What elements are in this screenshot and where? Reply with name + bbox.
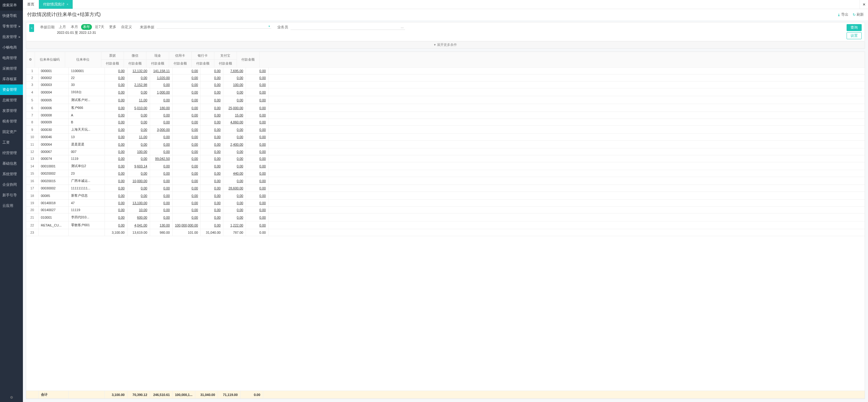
amount-link[interactable]: 0.00 [259, 150, 266, 153]
amount-link[interactable]: 28,600.00 [228, 186, 243, 190]
amount-link[interactable]: 0.00 [214, 76, 221, 80]
amount-link[interactable]: 25,000.00 [228, 106, 243, 110]
amount-link[interactable]: 0.00 [141, 194, 147, 198]
th-amount-1[interactable]: 付款金额 [124, 60, 146, 67]
amount-link[interactable]: 2,400.00 [230, 143, 243, 146]
amount-link[interactable]: 0.00 [259, 201, 266, 205]
sidebar-item-11[interactable]: 税务管理 [0, 116, 23, 127]
amount-link[interactable]: 1,020.00 [157, 76, 170, 80]
amount-link[interactable]: 0.00 [118, 157, 124, 161]
amount-link[interactable]: 0.00 [118, 128, 124, 132]
amount-link[interactable]: 0.00 [118, 90, 124, 94]
amount-link[interactable]: 0.00 [237, 135, 243, 139]
amount-link[interactable]: 0.00 [192, 194, 198, 198]
query-button[interactable]: 查询 [846, 24, 862, 31]
amount-link[interactable]: 0.00 [214, 98, 221, 102]
amount-link[interactable]: 0.00 [192, 120, 198, 124]
amount-link[interactable]: 0.00 [163, 120, 170, 124]
amount-link[interactable]: 0.00 [118, 106, 124, 110]
sidebar-item-14[interactable]: 经营管理 [0, 148, 23, 158]
amount-link[interactable]: 0.00 [118, 186, 124, 190]
amount-link[interactable]: 0.00 [259, 90, 266, 94]
amount-link[interactable]: 0.00 [259, 135, 266, 139]
amount-link[interactable]: 0.00 [141, 186, 147, 190]
amount-link[interactable]: 0.00 [118, 201, 124, 205]
amount-link[interactable]: 0.00 [192, 172, 198, 175]
amount-link[interactable]: 0.00 [259, 172, 266, 175]
sidebar-item-12[interactable]: 固定资产 [0, 127, 23, 137]
amount-link[interactable]: 0.00 [118, 224, 124, 227]
amount-link[interactable]: 0.00 [214, 157, 221, 161]
amount-link[interactable]: 0.00 [259, 128, 266, 132]
amount-link[interactable]: 0.00 [214, 164, 221, 168]
amount-link[interactable]: 1,222.00 [230, 224, 243, 227]
amount-link[interactable]: 0.00 [259, 143, 266, 146]
close-all-tabs-button[interactable] [860, 0, 868, 9]
amount-link[interactable]: 0.00 [118, 76, 124, 80]
amount-link[interactable]: 0.00 [163, 172, 170, 175]
amount-link[interactable]: 0.00 [237, 201, 243, 205]
amount-link[interactable]: 0.00 [163, 186, 170, 190]
sidebar-item-17[interactable]: 企业协同 [0, 179, 23, 190]
amount-link[interactable]: 0.00 [259, 69, 266, 73]
amount-link[interactable]: 0.00 [118, 194, 124, 198]
amount-link[interactable]: 0.00 [192, 150, 198, 153]
amount-link[interactable]: 0.00 [192, 106, 198, 110]
amount-link[interactable]: 0.00 [163, 201, 170, 205]
amount-link[interactable]: 0.00 [141, 120, 147, 124]
amount-link[interactable]: 0.00 [163, 83, 170, 87]
amount-link[interactable]: 0.00 [259, 186, 266, 190]
amount-link[interactable]: 0.00 [259, 76, 266, 80]
sidebar-item-0[interactable]: 搜索菜单 [0, 0, 23, 10]
source-select[interactable] [157, 24, 271, 29]
amount-link[interactable]: 0.00 [163, 216, 170, 219]
amount-link[interactable]: 0.00 [237, 157, 243, 161]
amount-link[interactable]: 3,000.00 [157, 128, 170, 132]
sidebar-item-9[interactable]: 总账管理 [0, 95, 23, 106]
amount-link[interactable]: 0.00 [163, 208, 170, 212]
amount-link[interactable]: 0.00 [214, 90, 221, 94]
sidebar-item-15[interactable]: 基础信息 [0, 158, 23, 169]
amount-link[interactable]: 0.00 [163, 179, 170, 183]
amount-link[interactable]: 12,132.00 [133, 69, 147, 73]
sidebar-item-19[interactable]: 云应用 [0, 201, 23, 211]
th-amount-5[interactable]: 付款金额 [214, 60, 237, 67]
column-settings-button[interactable] [26, 52, 35, 67]
amount-link[interactable]: 0.00 [141, 128, 147, 132]
amount-link[interactable]: 0.00 [192, 208, 198, 212]
amount-link[interactable]: 0.00 [141, 143, 147, 146]
tab-close-icon[interactable]: × [67, 3, 68, 6]
amount-link[interactable]: 0.00 [214, 216, 221, 219]
amount-link[interactable]: 10,000.00 [133, 179, 147, 183]
tab-0[interactable]: 首页 [23, 0, 39, 9]
amount-link[interactable]: 0.00 [214, 186, 221, 190]
expand-more-filters[interactable]: 展开更多条件 [26, 41, 865, 49]
sidebar-item-1[interactable]: 快捷导航 [0, 10, 23, 21]
settings-bottom-icon[interactable] [0, 393, 23, 402]
amount-link[interactable]: 5,010.00 [134, 106, 147, 110]
amount-link[interactable]: 0.00 [163, 164, 170, 168]
th-amount-extra[interactable]: 付款金额 [237, 52, 259, 67]
amount-link[interactable]: 4,041.00 [134, 224, 147, 227]
amount-link[interactable]: 0.00 [259, 157, 266, 161]
amount-link[interactable]: 0.00 [192, 157, 198, 161]
amount-link[interactable]: 141,158.11 [153, 69, 170, 73]
date-quick-本月[interactable]: 本月 [69, 24, 80, 30]
amount-link[interactable]: 0.00 [118, 179, 124, 183]
amount-link[interactable]: 0.00 [118, 172, 124, 175]
tab-1[interactable]: 付款情况统计× [39, 0, 73, 9]
amount-link[interactable]: 0.00 [214, 69, 221, 73]
amount-link[interactable]: 0.00 [259, 194, 266, 198]
amount-link[interactable]: 0.00 [141, 113, 147, 117]
amount-link[interactable]: 10.00 [139, 208, 147, 212]
amount-link[interactable]: 100.00 [137, 150, 147, 153]
amount-link[interactable]: 0.00 [163, 113, 170, 117]
amount-link[interactable]: 0.00 [192, 76, 198, 80]
refresh-button[interactable]: 刷新 [852, 12, 864, 17]
amount-link[interactable]: 0.00 [214, 106, 221, 110]
amount-link[interactable]: 13,100.00 [133, 201, 147, 205]
amount-link[interactable]: 0.00 [259, 98, 266, 102]
amount-link[interactable]: 0.00 [163, 135, 170, 139]
amount-link[interactable]: 0.00 [214, 120, 221, 124]
th-amount-2[interactable]: 付款金额 [146, 60, 169, 67]
